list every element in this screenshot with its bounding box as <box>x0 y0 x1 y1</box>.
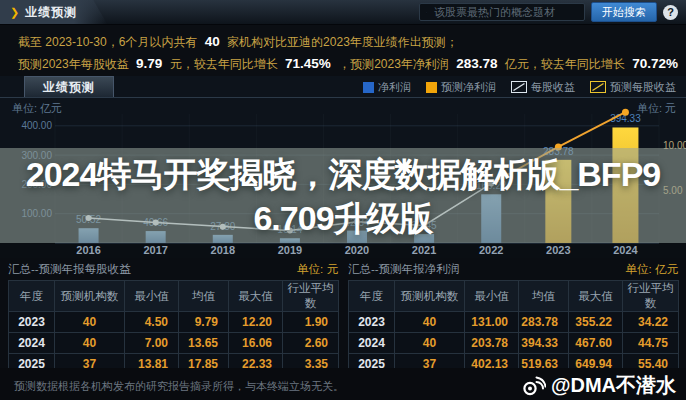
summary-text: 预测2023年每股收益 <box>18 57 129 71</box>
table-cell: 7.00 <box>125 333 179 354</box>
eps-forecast-value: 9.79 <box>136 56 162 71</box>
x-axis-year-label: 2022 <box>479 244 503 256</box>
table-header-cell: 均值 <box>519 281 569 312</box>
table-cell: 2024 <box>349 333 395 354</box>
table-header-cell: 行业平均数 <box>623 281 679 312</box>
eps-forecast-table: 汇总--预测年报每股收益 单位: 元 年度预测机构数最小值均值最大值行业平均数2… <box>8 258 338 375</box>
table-title: 汇总--预测年报每股收益 <box>8 262 131 277</box>
table-row[interactable]: 2024407.0013.6516.062.60 <box>9 333 339 354</box>
table-unit: 单位: 亿元 <box>626 262 678 277</box>
x-axis-year-label: 2024 <box>613 244 638 256</box>
table-header-cell: 最小值 <box>465 281 519 312</box>
table-cell: 13.65 <box>179 333 229 354</box>
x-axis-year-label: 2019 <box>278 244 302 256</box>
profit-forecast-value: 283.78 <box>456 56 497 71</box>
summary-text: ，预测2023年净利润 <box>338 57 449 71</box>
table-header-cell: 最大值 <box>569 281 623 312</box>
table-cell: 2.60 <box>283 333 339 354</box>
weibo-icon <box>522 375 546 396</box>
table-header-row: 年度预测机构数最小值均值最大值行业平均数 <box>9 281 339 312</box>
table-row[interactable]: 2023404.509.7912.201.90 <box>9 312 339 333</box>
tab-performance-forecast[interactable]: 业绩预测 <box>24 76 114 97</box>
legend-swatch-icon <box>363 82 374 93</box>
chart-panel-header: 业绩预测 净利润预测净利润每股收益预测每股收益 <box>0 76 686 98</box>
summary-text: 家机构对比亚迪的2023年度业绩作出预测； <box>227 35 458 49</box>
table-cell: 2023 <box>349 312 395 333</box>
legend-item-净利润[interactable]: 净利润 <box>363 80 411 95</box>
table-cell: 34.22 <box>623 312 679 333</box>
table-header-cell: 预测机构数 <box>395 281 465 312</box>
table-cell: 40 <box>395 312 465 333</box>
legend-line-icon <box>511 81 527 93</box>
table-row[interactable]: 202340131.00283.78355.2234.22 <box>349 312 679 333</box>
table-header-cell: 年度 <box>349 281 395 312</box>
summary-text: 亿元，较去年同比增长 <box>505 57 625 71</box>
x-axis-year-label: 2018 <box>211 244 235 256</box>
search-area: 开始搜索 ? <box>419 2 686 22</box>
search-input[interactable] <box>432 5 578 19</box>
profit-forecast-table: 汇总--预测年报净利润 单位: 亿元 年度预测机构数最小值均值最大值行业平均数2… <box>348 258 678 375</box>
search-icon <box>426 7 427 18</box>
table-cell: 40 <box>55 312 125 333</box>
footer-bar: 预测数据根据各机构发布的研究报告摘录所得，与本终端立场无关。 @DMA不潜水 <box>0 368 686 400</box>
legend-swatch-icon <box>426 82 437 93</box>
eps-point-2024 <box>622 109 629 116</box>
x-axis-year-label: 2016 <box>76 244 100 256</box>
table-title-bar: 汇总--预测年报净利润 单位: 亿元 <box>348 258 678 280</box>
legend-label: 净利润 <box>378 80 411 95</box>
legend-label: 每股收益 <box>531 80 575 95</box>
disclaimer-text: 预测数据根据各机构发布的研究报告摘录所得，与本终端立场无关。 <box>14 379 344 394</box>
table-cell: 44.75 <box>623 333 679 354</box>
chevron-right-icon: ❯ <box>10 6 19 19</box>
table-cell: 2023 <box>9 312 55 333</box>
promo-text-line1: 2024特马开奖揭晓，深度数据解析版_BFP9 <box>26 152 660 196</box>
table-title-bar: 汇总--预测年报每股收益 单位: 元 <box>8 258 338 280</box>
svg-text:400.00: 400.00 <box>21 120 52 131</box>
table-cell: 40 <box>395 333 465 354</box>
table-header-cell: 行业平均数 <box>283 281 339 312</box>
table-header-cell: 年度 <box>9 281 55 312</box>
promo-overlay-banner: 2024特马开奖揭晓，深度数据解析版_BFP9 6.709升级版 <box>0 148 686 243</box>
legend-item-预测净利润[interactable]: 预测净利润 <box>426 80 496 95</box>
help-icon[interactable]: ? <box>663 5 678 20</box>
legend-item-预测每股收益[interactable]: 预测每股收益 <box>590 80 676 95</box>
x-axis-year-label: 2023 <box>546 244 570 256</box>
search-box[interactable] <box>419 3 585 21</box>
legend-label: 预测每股收益 <box>610 80 676 95</box>
x-axis-year-label: 2020 <box>345 244 369 256</box>
legend-label: 预测净利润 <box>441 80 496 95</box>
watermark-handle: @DMA不潜水 <box>551 372 676 399</box>
search-button[interactable]: 开始搜索 <box>591 2 657 22</box>
summary-text: 元，较去年同比增长 <box>170 57 278 71</box>
table-cell: 12.20 <box>229 312 283 333</box>
summary-text: 截至 2023-10-30，6个月以内共有 <box>18 35 197 49</box>
table-cell: 131.00 <box>465 312 519 333</box>
table-title: 汇总--预测年报净利润 <box>348 262 459 277</box>
table-header-cell: 均值 <box>179 281 229 312</box>
table-cell: 1.90 <box>283 312 339 333</box>
eps-growth-value: 71.45% <box>285 56 331 71</box>
profit-growth-value: 70.72% <box>632 56 678 71</box>
table-header-cell: 最大值 <box>229 281 283 312</box>
x-axis-year-label: 2021 <box>412 244 436 256</box>
legend-item-每股收益[interactable]: 每股收益 <box>511 80 575 95</box>
table-cell: 355.22 <box>569 312 623 333</box>
table-cell: 203.78 <box>465 333 519 354</box>
table-cell: 9.79 <box>179 312 229 333</box>
table-cell: 16.06 <box>229 333 283 354</box>
table-cell: 467.60 <box>569 333 623 354</box>
module-tab-performance-forecast[interactable]: ❯ 业绩预测 <box>0 0 107 24</box>
x-axis-year-label: 2017 <box>143 244 167 256</box>
table-cell: 4.50 <box>125 312 179 333</box>
watermark: @DMA不潜水 <box>522 372 676 399</box>
chart-legend: 净利润预测净利润每股收益预测每股收益 <box>363 77 676 97</box>
app-window: ❯ 业绩预测 开始搜索 ? 截至 2023-10-30，6个月以内共有 40 家… <box>0 0 686 400</box>
module-title: 业绩预测 <box>25 4 77 21</box>
table-header-row: 年度预测机构数最小值均值最大值行业平均数 <box>349 281 679 312</box>
table-cell: 394.33 <box>519 333 569 354</box>
table-unit: 单位: 元 <box>297 262 338 277</box>
table-cell: 2024 <box>9 333 55 354</box>
summary-tables: 汇总--预测年报每股收益 单位: 元 年度预测机构数最小值均值最大值行业平均数2… <box>0 258 686 368</box>
data-table: 年度预测机构数最小值均值最大值行业平均数2023404.509.7912.201… <box>8 280 339 375</box>
table-row[interactable]: 202440203.78394.33467.6044.75 <box>349 333 679 354</box>
